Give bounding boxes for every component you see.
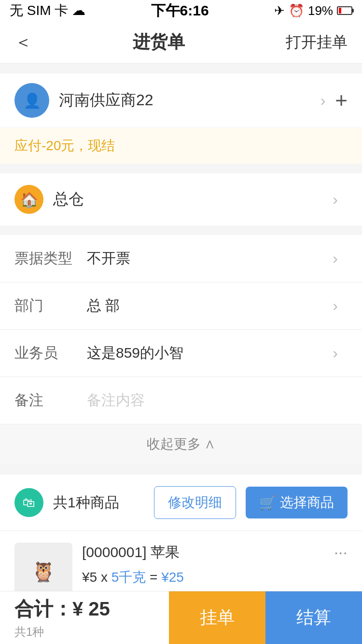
product-info: [0000001] 苹果 ¥5 x 5千克 = ¥25 — [82, 543, 324, 587]
staff-label: 业务员 — [14, 343, 82, 363]
product-more-button[interactable]: ··· — [334, 543, 348, 561]
product-title: [0000001] 苹果 — [82, 543, 324, 562]
supplier-chevron-icon: › — [320, 92, 326, 110]
remark-input[interactable]: 备注内容 — [87, 391, 348, 410]
sim-status: 无 SIM 卡 ☁ — [10, 1, 85, 20]
back-button[interactable]: ＜ — [14, 30, 32, 54]
invoice-label: 票据类型 — [14, 249, 82, 268]
supplier-section: 👤 河南供应商22 › + 应付-20元，现结 — [0, 73, 362, 164]
divider-2 — [0, 164, 362, 173]
staff-chevron-icon: › — [333, 344, 338, 362]
price-unit: ¥5 — [82, 570, 97, 585]
house-icon: 🏠 — [20, 191, 38, 208]
status-left: 无 SIM 卡 ☁ — [10, 1, 85, 20]
select-product-button[interactable]: 🛒 选择商品 — [246, 487, 348, 518]
price-qty: 5千克 — [111, 570, 146, 585]
product-logo: 🦉 — [31, 560, 56, 583]
remark-label: 备注 — [14, 391, 82, 410]
product-count: 共1种商品 — [53, 493, 144, 513]
invoice-value: 不开票 — [87, 249, 333, 268]
divider-3 — [0, 225, 362, 235]
battery-percent: 19% — [308, 3, 333, 18]
price-total: ¥25 — [161, 570, 184, 585]
status-right: ✈ ⏰ 19% — [274, 3, 352, 18]
remark-row[interactable]: 备注 备注内容 — [0, 377, 362, 424]
avatar-icon: 👤 — [23, 92, 41, 109]
warehouse-row[interactable]: 🏠 总仓 › — [0, 173, 362, 225]
total-main: 合计：¥ 25 — [14, 596, 154, 622]
staff-value: 这是859的小智 — [87, 343, 333, 363]
add-supplier-button[interactable]: + — [335, 88, 348, 112]
product-header: 🛍 共1种商品 修改明细 🛒 选择商品 — [0, 475, 362, 531]
divider-4 — [0, 464, 362, 474]
dept-chevron-icon: › — [333, 297, 338, 315]
select-product-label: 选择商品 — [280, 493, 334, 512]
warehouse-icon: 🏠 — [14, 185, 43, 214]
total-sub: 共1种 — [14, 624, 154, 640]
open-hold-button[interactable]: 打开挂单 — [286, 32, 348, 53]
warehouse-section: 🏠 总仓 › — [0, 173, 362, 225]
product-code: [0000001] — [82, 544, 146, 560]
invoice-row[interactable]: 票据类型 不开票 › — [0, 235, 362, 282]
supplier-name: 河南供应商22 — [59, 90, 320, 111]
staff-row[interactable]: 业务员 这是859的小智 › — [0, 330, 362, 377]
supplier-notice: 应付-20元，现结 — [0, 128, 362, 164]
price-multiply: x — [101, 570, 111, 585]
dept-label: 部门 — [14, 296, 82, 316]
edit-detail-button[interactable]: 修改明细 — [154, 486, 236, 519]
total-section: 合计：¥ 25 共1种 — [0, 591, 169, 644]
battery-icon — [337, 6, 352, 15]
checkout-button[interactable]: 结算 — [265, 591, 362, 644]
total-label: 合计： — [14, 598, 72, 619]
warehouse-chevron-icon: › — [333, 191, 338, 209]
bottom-bar: 合计：¥ 25 共1种 挂单 结算 — [0, 591, 362, 644]
status-bar: 无 SIM 卡 ☁ 下午6:16 ✈ ⏰ 19% — [0, 0, 362, 21]
product-icon: 🛍 — [14, 488, 43, 517]
supplier-avatar: 👤 — [14, 83, 49, 118]
hold-button[interactable]: 挂单 — [169, 591, 265, 644]
nav-bar: ＜ 进货单 打开挂单 — [0, 21, 362, 64]
dept-value: 总 部 — [87, 296, 333, 316]
total-amount: ¥ 25 — [72, 598, 110, 619]
form-section: 票据类型 不开票 › 部门 总 部 › 业务员 这是859的小智 › 备注 备注… — [0, 235, 362, 424]
cart-icon: 🛍 — [23, 495, 35, 510]
product-price: ¥5 x 5千克 = ¥25 — [82, 568, 324, 587]
divider-1 — [0, 64, 362, 73]
dept-row[interactable]: 部门 总 部 › — [0, 282, 362, 330]
location-icon: ✈ — [274, 3, 285, 18]
alarm-icon: ⏰ — [289, 3, 304, 18]
price-equals: = — [150, 570, 161, 585]
invoice-chevron-icon: › — [333, 250, 338, 267]
status-time: 下午6:16 — [151, 1, 209, 21]
select-product-icon: 🛒 — [259, 495, 276, 511]
page-title: 进货单 — [133, 30, 185, 54]
collapse-button[interactable]: 收起更多 ∧ — [0, 424, 362, 464]
warehouse-name: 总仓 — [53, 189, 333, 210]
supplier-row[interactable]: 👤 河南供应商22 › + — [0, 73, 362, 128]
product-name: 苹果 — [151, 544, 180, 560]
